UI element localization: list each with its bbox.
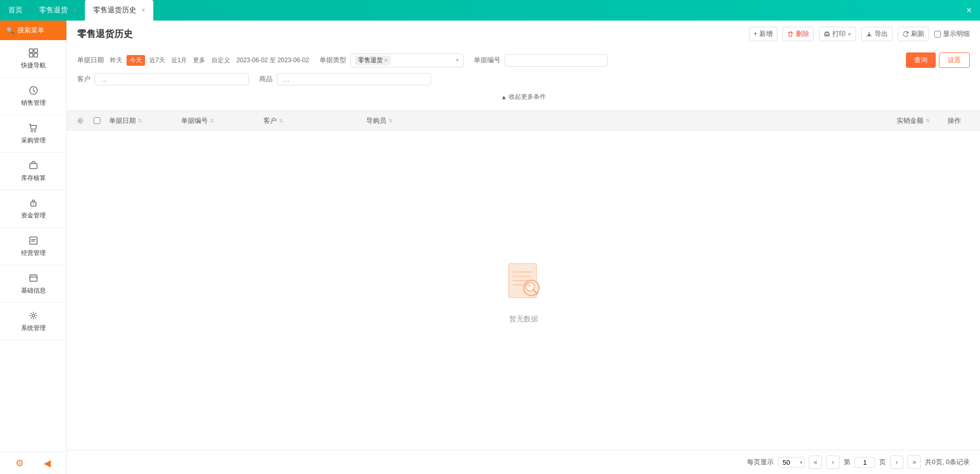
- page-number-input[interactable]: [854, 457, 875, 468]
- th-amount-sort: ⇅: [925, 118, 930, 123]
- date-btn-custom[interactable]: 自定义: [209, 55, 232, 66]
- tab-retail-return-history-close[interactable]: ×: [141, 7, 145, 14]
- display-detail-checkbox[interactable]: [934, 31, 941, 38]
- page-size-label: 每页显示: [747, 458, 774, 467]
- sidebar-bottom: ⚙ ◀: [0, 452, 66, 474]
- th-date-sort: ⇅: [138, 118, 142, 123]
- page-size-select[interactable]: 50 20 100: [778, 457, 805, 468]
- delete-button[interactable]: 删除: [782, 27, 814, 41]
- date-filter-group: 单据日期 昨天 今天 近7天 近1月 更多 自定义 2023-06-02 至 2…: [77, 55, 309, 66]
- doc-type-tag: 零售退货 ×: [355, 56, 390, 65]
- th-guide-label: 导购员: [366, 116, 386, 125]
- th-number-label: 单据编号: [181, 116, 208, 125]
- tab-retail-return-history-label: 零售退货历史: [93, 6, 136, 15]
- date-btn-more[interactable]: 更多: [191, 55, 207, 66]
- sidebar-item-quick-nav[interactable]: 快捷导航: [0, 40, 66, 78]
- sidebar-item-inventory[interactable]: 库存核算: [0, 153, 66, 190]
- th-select-all[interactable]: [88, 117, 105, 124]
- collapse-up-icon: ▲: [501, 94, 507, 101]
- goods-ellipsis[interactable]: ...: [281, 75, 292, 83]
- doc-number-input[interactable]: [505, 54, 608, 67]
- prev-page-button[interactable]: ‹: [826, 455, 840, 469]
- goods-input[interactable]: ...: [277, 73, 431, 85]
- collapse-more-btn[interactable]: ▲ 收起更多条件: [77, 90, 970, 105]
- print-button[interactable]: 打印 ▾: [819, 27, 856, 41]
- sidebar-item-sales-mgmt[interactable]: 销售管理: [0, 78, 66, 115]
- sidebar-item-purchase-label: 采购管理: [21, 136, 46, 145]
- sidebar-item-basic-info-label: 基础信息: [21, 286, 46, 295]
- sidebar-item-finance[interactable]: 资金管理: [0, 190, 66, 228]
- sidebar-search[interactable]: 🔍 搜索菜单: [0, 21, 66, 40]
- filter-row-1: 单据日期 昨天 今天 近7天 近1月 更多 自定义 2023-06-02 至 2…: [77, 52, 970, 68]
- display-detail-toggle[interactable]: 显示明细: [934, 29, 970, 39]
- svg-point-5: [31, 131, 32, 132]
- sidebar-item-basic-info[interactable]: 基础信息: [0, 265, 66, 303]
- date-btn-today[interactable]: 今天: [127, 55, 145, 66]
- customer-ellipsis[interactable]: ...: [99, 75, 110, 83]
- sidebar-item-purchase-mgmt[interactable]: 采购管理: [0, 115, 66, 153]
- svg-rect-10: [30, 237, 37, 244]
- th-number-sort: ⇅: [210, 118, 214, 123]
- filter-area: 单据日期 昨天 今天 近7天 近1月 更多 自定义 2023-06-02 至 2…: [77, 47, 970, 111]
- first-page-button[interactable]: «: [809, 455, 822, 469]
- tab-home[interactable]: 首页: [0, 0, 31, 21]
- toolbar: + 新增 删除 打印 ▾ 导出: [749, 27, 970, 41]
- doc-type-input[interactable]: 零售退货 × ▾: [350, 53, 464, 67]
- sales-mgmt-icon: [28, 85, 39, 96]
- doc-type-dropdown-icon[interactable]: ▾: [456, 57, 459, 64]
- next-page-button[interactable]: ›: [890, 455, 903, 469]
- table-header: 单据日期 ⇅ 单据编号 ⇅ 客户 ⇅ 导购员 ⇅ 实销金额 ⇅: [67, 111, 980, 131]
- th-date[interactable]: 单据日期 ⇅: [105, 116, 177, 125]
- sidebar-item-finance-label: 资金管理: [21, 211, 46, 220]
- page-header: 零售退货历史 + 新增 删除 打印 ▾ 导出: [67, 21, 980, 111]
- sidebar-item-system-mgmt[interactable]: 系统管理: [0, 303, 66, 340]
- tab-home-label: 首页: [8, 6, 23, 15]
- date-range-display: 2023-06-02 至 2023-06-02: [236, 56, 309, 65]
- settings-bottom-icon[interactable]: ⚙: [15, 458, 24, 469]
- sidebar-item-system-mgmt-label: 系统管理: [21, 324, 46, 333]
- th-amount[interactable]: 实销金额 ⇅: [867, 116, 934, 125]
- select-all-checkbox[interactable]: [94, 117, 100, 124]
- export-button[interactable]: 导出: [861, 27, 893, 41]
- date-btn-7days[interactable]: 近7天: [147, 55, 167, 66]
- sidebar: 🔍 搜索菜单 快捷导航 销售管理 采购管理 库存核算: [0, 21, 67, 474]
- th-action: 操作: [934, 116, 975, 125]
- sidebar-item-operations[interactable]: 经营管理: [0, 228, 66, 265]
- th-settings-btn[interactable]: [72, 117, 88, 124]
- page-title-row: 零售退货历史 + 新增 删除 打印 ▾ 导出: [77, 27, 970, 41]
- tab-retail-return[interactable]: 零售退货 ×: [31, 0, 85, 21]
- operations-icon: [28, 235, 39, 246]
- tab-list: 首页 零售退货 × 零售退货历史 ×: [0, 0, 958, 21]
- print-icon: [824, 31, 830, 38]
- table-container: 单据日期 ⇅ 单据编号 ⇅ 客户 ⇅ 导购员 ⇅ 实销金额 ⇅: [67, 111, 980, 450]
- doc-type-tag-remove[interactable]: ×: [384, 57, 387, 63]
- empty-text: 暂无数据: [509, 315, 538, 324]
- settings-button[interactable]: 设置: [939, 52, 970, 68]
- th-customer[interactable]: 客户 ⇅: [259, 116, 362, 125]
- window-close-button[interactable]: ×: [958, 5, 980, 16]
- refresh-button[interactable]: 刷新: [898, 27, 929, 41]
- date-btn-1month[interactable]: 近1月: [169, 55, 189, 66]
- th-number[interactable]: 单据编号 ⇅: [177, 116, 259, 125]
- svg-point-6: [34, 131, 35, 132]
- empty-illustration: [498, 257, 549, 308]
- customer-filter-group: 客户 ...: [77, 73, 249, 85]
- tab-retail-return-close[interactable]: ×: [73, 7, 77, 14]
- sidebar-item-sales-label: 销售管理: [21, 99, 46, 107]
- tab-retail-return-history[interactable]: 零售退货历史 ×: [85, 0, 153, 21]
- query-button[interactable]: 查询: [906, 52, 936, 68]
- th-guide[interactable]: 导购员 ⇅: [362, 116, 455, 125]
- th-customer-label: 客户: [263, 116, 277, 125]
- date-btn-yesterday[interactable]: 昨天: [108, 55, 124, 66]
- main-layout: 🔍 搜索菜单 快捷导航 销售管理 采购管理 库存核算: [0, 21, 980, 474]
- svg-rect-11: [30, 275, 37, 281]
- customer-input[interactable]: ...: [95, 73, 249, 85]
- doc-type-filter-group: 单据类型 零售退货 × ▾: [319, 53, 464, 67]
- doc-number-filter-group: 单据编号: [474, 54, 608, 67]
- last-page-button[interactable]: »: [907, 455, 921, 469]
- collapse-sidebar-icon[interactable]: ◀: [44, 458, 51, 469]
- add-button[interactable]: + 新增: [749, 27, 777, 41]
- date-shortcuts: 昨天 今天 近7天 近1月 更多 自定义: [108, 55, 232, 66]
- svg-point-12: [32, 315, 34, 317]
- sidebar-item-operations-label: 经营管理: [21, 249, 46, 258]
